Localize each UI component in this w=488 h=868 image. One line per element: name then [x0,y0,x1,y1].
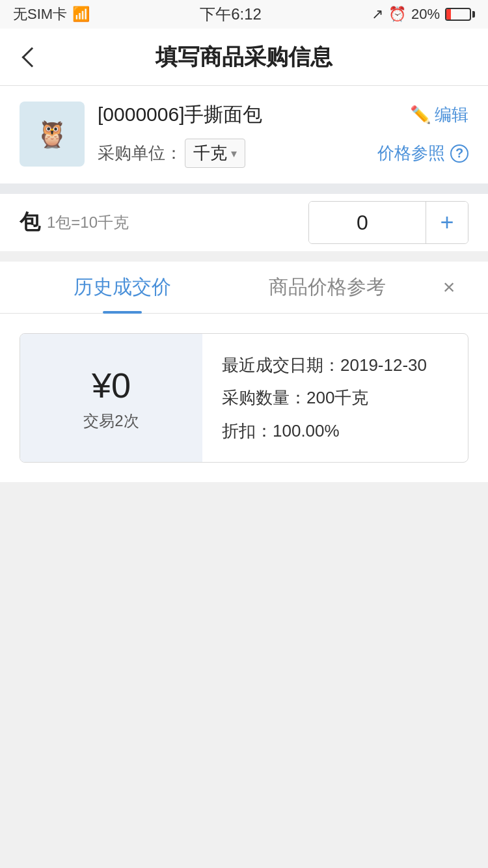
battery-icon [445,8,475,21]
price-value: ¥0 [92,365,131,405]
product-unit-row: 采购单位： 千克 ▾ 价格参照 ? [98,139,468,168]
quantity-input-group: + [308,201,468,244]
product-name-row: [0000006]手撕面包 ✏️ 编辑 [98,102,468,128]
status-left: 无SIM卡 📶 [13,5,90,24]
date-value: 2019-12-30 [340,355,427,375]
quantity-value-card: 200千克 [306,388,368,407]
unit-label-group: 采购单位： 千克 ▾ [98,139,245,168]
edit-label: 编辑 [435,103,468,126]
tabs-header: 历史成交价 商品价格参考 × [0,262,488,314]
price-ref-label: 价格参照 [377,142,445,165]
tabs-close-button[interactable]: × [429,262,468,314]
product-info: [0000006]手撕面包 ✏️ 编辑 采购单位： 千克 ▾ 价格参照 ? [98,102,468,168]
quantity-section: 包 1包=10千克 + [0,194,488,251]
quantity-unit: 包 [20,208,40,237]
close-icon: × [443,275,455,299]
carrier-label: 无SIM卡 [13,5,67,24]
price-date-row: 最近成交日期：2019-12-30 [222,353,448,377]
price-card-left: ¥0 交易2次 [20,334,202,462]
discount-label: 折扣： [222,421,273,441]
product-thumbnail: 🦉 [20,102,85,167]
quantity-conversion: 1包=10千克 [47,212,129,233]
location-icon: ↗ [372,6,383,23]
price-card: ¥0 交易2次 最近成交日期：2019-12-30 采购数量：200千克 折扣：… [20,333,468,463]
status-right: ↗ ⏰ 20% [372,6,475,23]
edit-icon: ✏️ [410,105,431,125]
quantity-input[interactable] [309,202,426,243]
alarm-icon: ⏰ [388,6,406,23]
date-label: 最近成交日期： [222,355,340,375]
price-quantity-row: 采购数量：200千克 [222,386,448,409]
tab-history-price[interactable]: 历史成交价 [20,262,224,314]
chevron-down-icon: ▾ [231,146,237,161]
back-arrow-icon [21,47,42,67]
product-section: 🦉 [0000006]手撕面包 ✏️ 编辑 采购单位： 千克 ▾ [0,86,488,183]
price-transactions: 交易2次 [83,411,139,431]
page-title: 填写商品采购信息 [57,42,431,72]
wifi-icon: 📶 [72,6,90,23]
product-name: [0000006]手撕面包 [98,102,262,128]
back-button[interactable] [0,29,57,86]
tabs-section: 历史成交价 商品价格参考 × ¥0 交易2次 最近成交日期：2019-12-30… [0,262,488,482]
help-icon: ? [450,144,468,163]
discount-value: 100.00% [273,421,340,441]
tab-price-ref-label: 商品价格参考 [269,274,386,301]
header: 填写商品采购信息 [0,29,488,86]
product-row: 🦉 [0000006]手撕面包 ✏️ 编辑 采购单位： 千克 ▾ [20,102,468,168]
edit-button[interactable]: ✏️ 编辑 [410,103,468,126]
price-card-right: 最近成交日期：2019-12-30 采购数量：200千克 折扣：100.00% [202,334,468,462]
price-discount-row: 折扣：100.00% [222,419,448,442]
tab-history-label: 历史成交价 [74,274,171,301]
main-content [0,482,488,868]
quantity-plus-button[interactable]: + [426,202,468,243]
section-divider [0,183,488,194]
unit-value: 千克 [193,142,227,165]
status-bar: 无SIM卡 📶 下午6:12 ↗ ⏰ 20% [0,0,488,29]
unit-select[interactable]: 千克 ▾ [185,139,245,168]
cards-container: ¥0 交易2次 最近成交日期：2019-12-30 采购数量：200千克 折扣：… [0,314,488,482]
unit-label: 采购单位： [98,143,182,163]
tab-product-price-ref[interactable]: 商品价格参考 [224,262,429,314]
quantity-label-card: 采购数量： [222,388,306,407]
product-thumb-icon: 🦉 [36,119,68,150]
battery-percent: 20% [411,6,440,23]
time-label: 下午6:12 [200,4,262,25]
quantity-label: 包 1包=10千克 [20,208,129,237]
price-ref-button[interactable]: 价格参照 ? [377,142,468,165]
